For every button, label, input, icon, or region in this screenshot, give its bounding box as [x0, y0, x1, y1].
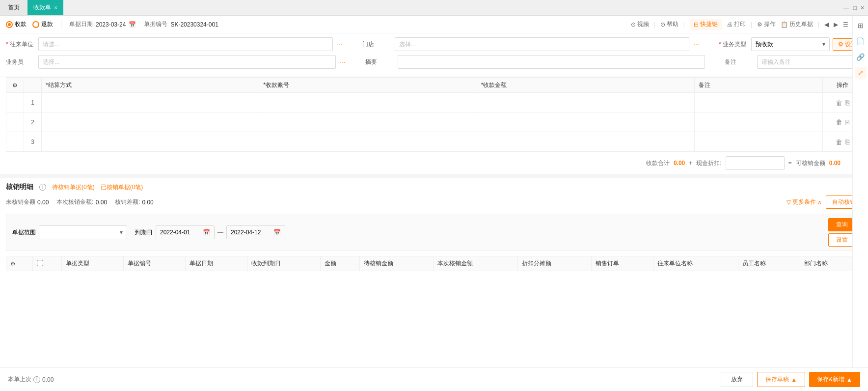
bth-checkbox[interactable]	[33, 256, 61, 271]
radio-dot-shoukuan	[6, 21, 13, 28]
calendar-icon[interactable]: 📅	[129, 21, 136, 28]
business-type-label: * 业务类型	[719, 40, 748, 49]
row-2-account[interactable]	[259, 112, 477, 132]
save-draft-button[interactable]: 保存草稿 ▲	[757, 372, 805, 387]
th-num	[24, 78, 42, 93]
print-btn[interactable]: 🖨 打印	[727, 20, 746, 28]
business-type-field: * 业务类型 预收款 ▾ ⚙ 设置	[719, 37, 862, 51]
done-tab[interactable]: 已核销单据(0笔)	[101, 183, 143, 192]
tab-active[interactable]: 收款单 ×	[27, 0, 63, 15]
operation-btn[interactable]: ⚙ 操作	[757, 20, 776, 28]
view-list-icon[interactable]: ☰	[843, 21, 848, 28]
minimize-icon[interactable]: —	[843, 4, 849, 11]
tab-home[interactable]: 首页	[0, 0, 27, 15]
sidebar-document-icon[interactable]: 📄	[855, 35, 867, 47]
counterpart-input[interactable]: 请选...	[38, 37, 333, 51]
filter-btns: 查询 设置	[828, 218, 856, 247]
sidebar-expand-icon[interactable]: ⤢	[855, 67, 867, 79]
date-label: 单据日期	[69, 20, 93, 28]
row-1-settlement[interactable]	[42, 93, 259, 112]
date-to-input[interactable]: 2022-04-12 📅	[226, 225, 285, 239]
store-placeholder: 选择...	[399, 40, 416, 49]
store-input[interactable]: 选择...	[395, 37, 689, 51]
summary-field: 摘要	[365, 55, 705, 69]
range-field: 单据范围 ▾	[12, 225, 127, 239]
select-all-checkbox[interactable]	[37, 260, 43, 266]
sum-value3: 0.00	[829, 160, 841, 167]
row-3-settlement[interactable]	[42, 132, 259, 152]
remark-input[interactable]: 请输入备注	[757, 55, 862, 69]
pending-tab[interactable]: 待核销单据(0笔)	[52, 183, 95, 192]
radio-tuikuan[interactable]: 退款	[32, 20, 53, 28]
row-1-amount[interactable]	[477, 93, 694, 112]
salesperson-input[interactable]: 选择...	[38, 55, 336, 69]
sum-label2: 现金折扣:	[696, 159, 721, 168]
more-filter-btn[interactable]: ▽ 更多条件 ∧	[787, 198, 822, 206]
history-btn[interactable]: 📋 历史单据	[781, 20, 813, 28]
tab-close-icon[interactable]: ×	[54, 4, 57, 11]
right-sidebar: ⊞ 📄 🔗 ⤢	[852, 16, 868, 367]
row-1-delete-icon[interactable]: 🗑	[836, 99, 842, 107]
th-amount: *收款金额	[477, 78, 694, 93]
row-2-remark[interactable]	[695, 112, 823, 132]
cash-discount-input[interactable]	[726, 156, 785, 170]
nav-prev-icon[interactable]: ◀	[824, 21, 829, 28]
row-2-copy-icon[interactable]: ⎘	[845, 118, 849, 126]
help-btn[interactable]: ⊙ 帮助	[660, 20, 678, 28]
row-3-copy-icon[interactable]: ⎘	[845, 138, 849, 146]
row-2-settlement[interactable]	[42, 112, 259, 132]
th-settings[interactable]: ⚙	[6, 78, 24, 93]
row-2-spacer	[6, 112, 24, 132]
row-3-delete-icon[interactable]: 🗑	[836, 138, 842, 146]
row-1-remark[interactable]	[695, 93, 823, 112]
toolbar-date-field: 单据日期 2023-03-24 📅	[69, 20, 136, 28]
range-select[interactable]: ▾	[39, 225, 127, 239]
calendar-to-icon[interactable]: 📅	[273, 229, 281, 236]
radio-dot-tuikuan	[32, 21, 39, 28]
reconcile-info-icon[interactable]: i	[39, 184, 46, 191]
row-3-amount[interactable]	[477, 132, 694, 152]
radio-shoukuan[interactable]: 收款	[6, 20, 27, 28]
counterpart-more-btn[interactable]: ···	[337, 40, 343, 48]
sidebar-table-icon[interactable]: ⊞	[855, 20, 867, 31]
reconcile-section: 核销明细 i 待核销单据(0笔) 已核销单据(0笔) 未核销金额 0.00 本次…	[0, 174, 868, 391]
filter-set-btn[interactable]: 设置	[828, 233, 856, 247]
sidebar-link-icon[interactable]: 🔗	[855, 51, 867, 63]
bth-employee: 员工名称	[738, 256, 800, 271]
store-more-btn[interactable]: ···	[693, 40, 699, 48]
summary-label: 摘要	[365, 58, 395, 66]
this-time-value: 0.00	[96, 199, 107, 206]
toolbar: 收款 退款 单据日期 2023-03-24 📅 单据编号 SK-20230324…	[0, 16, 868, 33]
date-from-input[interactable]: 2022-04-01 📅	[156, 225, 215, 239]
maximize-icon[interactable]: □	[853, 4, 857, 11]
query-btn[interactable]: 查询	[828, 218, 856, 231]
salesperson-more-btn[interactable]: ···	[340, 58, 346, 66]
video-btn[interactable]: ⊙ 视频	[631, 20, 649, 28]
row-1-copy-icon[interactable]: ⎘	[845, 99, 849, 107]
counterpart-placeholder: 请选...	[43, 40, 59, 49]
calendar-from-icon[interactable]: 📅	[203, 229, 210, 236]
row-3-account[interactable]	[259, 132, 477, 152]
save-new-button[interactable]: 保存&新增 ▲	[809, 372, 860, 387]
reconcile-stats: 未核销金额 0.00 本次核销金额: 0.00 核销差额: 0.00 ▽ 更多条…	[6, 196, 862, 209]
close-icon[interactable]: ×	[861, 4, 864, 11]
row-3-remark[interactable]	[695, 132, 823, 152]
range-caret-icon: ▾	[120, 229, 123, 236]
summary-input[interactable]	[398, 55, 705, 69]
row-2-amount[interactable]	[477, 112, 694, 132]
row-3-spacer	[6, 132, 24, 152]
bottom-info-icon[interactable]: i	[33, 376, 40, 383]
row-2-delete-icon[interactable]: 🗑	[836, 118, 842, 126]
row-1-account[interactable]	[259, 93, 477, 112]
bth-settings[interactable]: ⚙	[6, 256, 33, 271]
abandon-button[interactable]: 放弃	[721, 372, 753, 387]
shortcut-btn[interactable]: ⊟ 快捷键	[690, 19, 722, 30]
nav-next-icon[interactable]: ▶	[834, 21, 838, 28]
save-new-label: 保存&新增	[817, 375, 844, 384]
business-type-select[interactable]: 预收款 ▾	[751, 37, 830, 51]
row-1-spacer	[6, 93, 24, 112]
operation-icon: ⚙	[757, 21, 762, 28]
sum-value1: 0.00	[674, 160, 685, 167]
row-2-num: 2	[24, 112, 42, 132]
diff-stat: 核销差额: 0.00	[115, 198, 154, 206]
